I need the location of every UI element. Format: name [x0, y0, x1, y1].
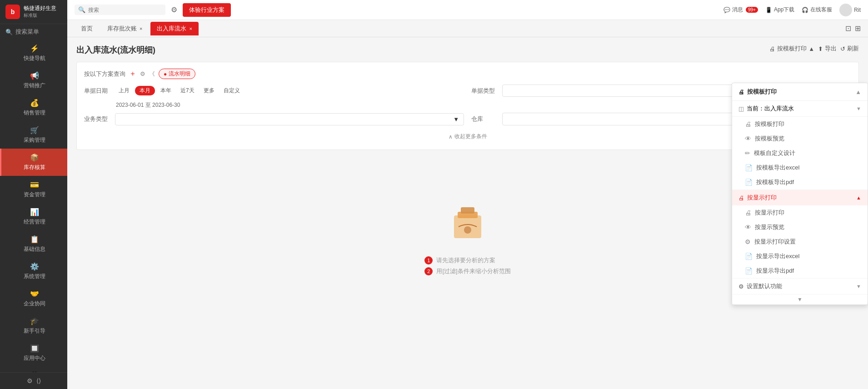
- tab-flow-close[interactable]: ×: [189, 26, 192, 31]
- display-chevron-icon: ▲: [856, 195, 861, 200]
- template-pdf-icon: 📄: [745, 179, 753, 186]
- sidebar-item-quick-nav[interactable]: ⚡ 快捷导航: [0, 40, 67, 67]
- print-btn[interactable]: 🖨 按模板打印 ▲: [769, 45, 814, 53]
- dropdown-title: 按模板打印: [747, 88, 777, 96]
- display-preview-icon: 👁: [745, 224, 751, 231]
- sidebar-search[interactable]: 🔍 搜索菜单: [0, 24, 67, 40]
- page-title: 出入库流水(流水明细): [76, 45, 859, 55]
- dropdown-template-export-pdf[interactable]: 📄 按模板导出pdf: [732, 175, 868, 190]
- tab-batch-label: 库存批次账: [107, 25, 137, 33]
- dropdown-display-header[interactable]: 🖨 按显示打印 ▲: [732, 190, 868, 205]
- sidebar-item-basic[interactable]: 📋 基础信息: [0, 230, 67, 258]
- sidebar-item-marketing[interactable]: 📢 营销推广: [0, 67, 67, 94]
- dropdown-display-preview-label: 按显示预览: [755, 223, 784, 231]
- sidebar-item-guide[interactable]: 🎓 新手引导: [0, 312, 67, 339]
- message-btn[interactable]: 💬 消息 99+: [723, 6, 758, 14]
- sidebar-item-sales[interactable]: 💰 销售管理: [0, 94, 67, 121]
- enterprise-icon: 🤝: [30, 289, 39, 298]
- purchase-icon: 🛒: [30, 126, 39, 135]
- empty-steps: 1 请先选择要分析的方案 2 用[过滤]条件来缩小分析范围: [424, 256, 510, 278]
- date-tab-more[interactable]: 更多: [200, 86, 218, 95]
- service-icon: 🎧: [802, 7, 808, 13]
- filter-collapse-btn[interactable]: 《: [149, 70, 155, 78]
- export-btn[interactable]: ⬆ 导出: [818, 45, 837, 53]
- sidebar-logo: b 畅捷通好生意 标准版: [0, 0, 67, 24]
- sidebar-item-apps[interactable]: 🔲 应用中心: [0, 339, 67, 367]
- date-tab-last-month[interactable]: 上月: [115, 86, 133, 95]
- dropdown-current-label: 当前：出入库流水: [747, 105, 794, 113]
- tab-batch[interactable]: 库存批次账 ×: [101, 22, 149, 35]
- scroll-down-arrow[interactable]: ▼: [797, 296, 803, 303]
- message-label: 消息: [732, 6, 743, 14]
- tab-flow[interactable]: 出入库流水 ×: [150, 22, 198, 35]
- empty-step-1: 1 请先选择要分析的方案: [424, 256, 510, 264]
- app-download-btn[interactable]: 📱 App下载: [765, 6, 794, 14]
- collapse-sidebar-icon[interactable]: ⟨⟩: [36, 377, 41, 384]
- online-service-btn[interactable]: 🎧 在线客服: [802, 6, 832, 14]
- dropdown-display-print-settings[interactable]: ⚙ 按显示打印设置: [732, 234, 868, 249]
- tab-home-label: 首页: [81, 25, 93, 33]
- dropdown-display-export-pdf[interactable]: 📄 按显示导出pdf: [732, 264, 868, 278]
- dropdown-scroll: ▼: [732, 294, 868, 304]
- topbar: 🔍 ⚙ 体验行业方案 💬 消息 99+ 📱 App下载 🎧 在线客服 Rit: [67, 0, 868, 20]
- export-label: 导出: [825, 45, 837, 53]
- sidebar-item-wechat[interactable]: 💬 企业微信: [0, 367, 67, 372]
- filter-tag[interactable]: ● 流水明细: [159, 69, 195, 79]
- sidebar-item-system[interactable]: ⚙️ 系统管理: [0, 258, 67, 285]
- topbar-search-box[interactable]: 🔍: [75, 5, 165, 15]
- user-menu[interactable]: Rit: [839, 4, 861, 16]
- dropdown-display-excel-label: 按显示导出excel: [756, 252, 799, 260]
- sidebar-item-label: 系统管理: [24, 273, 45, 280]
- sidebar-item-purchase[interactable]: 🛒 采购管理: [0, 121, 67, 149]
- date-tab-custom[interactable]: 自定义: [220, 86, 244, 95]
- svg-rect-2: [461, 207, 474, 214]
- topbar-search-input[interactable]: [88, 7, 152, 13]
- defaults-label: 设置默认功能: [747, 282, 782, 290]
- dropdown-template-preview-label: 按模板预览: [755, 135, 784, 143]
- tabbar: 首页 库存批次账 × 出入库流水 × ⊡ ⊞: [67, 20, 868, 37]
- dropdown-template-preview[interactable]: 👁 按模板预览: [732, 131, 868, 146]
- sidebar-item-label: 经营管理: [24, 218, 45, 226]
- dropdown-template-print[interactable]: 🖨 按模板打印: [732, 117, 868, 131]
- tab-home[interactable]: 首页: [75, 22, 99, 35]
- sidebar-item-inventory[interactable]: 📦 库存核算: [0, 149, 67, 176]
- filter-header: 按以下方案查询 ＋ ⚙ 《 ● 流水明细: [84, 69, 851, 79]
- sidebar-item-finance[interactable]: 💳 资金管理: [0, 176, 67, 203]
- date-tab-7days[interactable]: 近7天: [177, 86, 198, 95]
- sidebar-item-operations[interactable]: 📊 经营管理: [0, 203, 67, 230]
- biztype-select[interactable]: ▼: [115, 113, 464, 125]
- tab-batch-close[interactable]: ×: [140, 26, 142, 31]
- refresh-icon: ↺: [840, 45, 845, 52]
- dropdown-display-print[interactable]: 🖨 按显示打印: [732, 205, 868, 220]
- dropdown-template-excel-label: 按模板导出excel: [756, 164, 799, 172]
- dropdown-display-settings-label: 按显示打印设置: [754, 238, 796, 246]
- settings-bottom-icon[interactable]: ⚙: [27, 377, 33, 384]
- dropdown-display-export-excel[interactable]: 📄 按显示导出excel: [732, 249, 868, 264]
- filter-add-btn[interactable]: ＋: [129, 69, 136, 79]
- dropdown-template-export-excel[interactable]: 📄 按模板导出excel: [732, 160, 868, 175]
- svg-point-3: [464, 226, 471, 234]
- marketing-icon: 📢: [30, 71, 39, 80]
- date-label: 单据日期: [84, 87, 111, 95]
- industry-btn[interactable]: 体验行业方案: [183, 3, 231, 17]
- filter-setting-btn[interactable]: ⚙: [140, 70, 145, 77]
- maximize-window-icon[interactable]: ⊞: [855, 24, 861, 33]
- dropdown-display-preview[interactable]: 👁 按显示预览: [732, 220, 868, 234]
- topbar-gear-icon[interactable]: ⚙: [171, 5, 177, 14]
- date-tab-this-year[interactable]: 本年: [157, 86, 175, 95]
- restore-window-icon[interactable]: ⊡: [845, 24, 851, 33]
- dropdown-current-chevron: ▼: [856, 106, 861, 111]
- biztype-label: 业务类型: [84, 115, 111, 123]
- dropdown-template-customize[interactable]: ✏ 模板自定义设计: [732, 146, 868, 160]
- template-customize-icon: ✏: [745, 150, 750, 157]
- display-print-icon: 🖨: [745, 209, 751, 216]
- page-content: 出入库流水(流水明细) 🖨 按模板打印 ▲ ⬆ 导出 ↺ 刷新 按以下方案查询 …: [67, 37, 868, 389]
- display-pdf-icon: 📄: [745, 267, 753, 274]
- sidebar-item-label: 资金管理: [24, 191, 45, 199]
- date-tab-this-month[interactable]: 本月: [135, 86, 155, 95]
- dropdown-defaults-header[interactable]: ⚙ 设置默认功能 ▼: [732, 279, 868, 294]
- sidebar-item-enterprise[interactable]: 🤝 企业协同: [0, 285, 67, 312]
- dropdown-template-pdf-label: 按模板导出pdf: [756, 178, 794, 186]
- refresh-btn[interactable]: ↺ 刷新: [840, 45, 859, 53]
- search-label: 搜索菜单: [15, 28, 39, 36]
